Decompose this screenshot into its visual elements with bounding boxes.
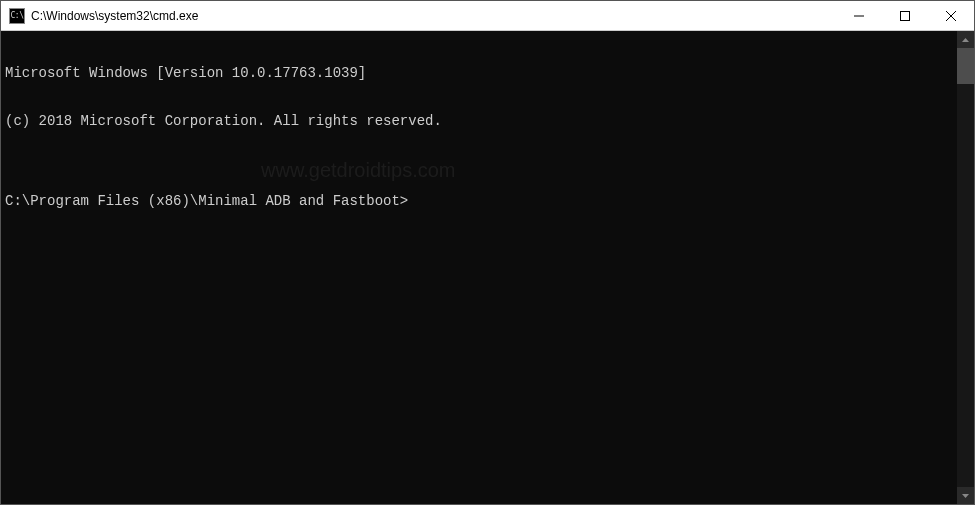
scrollbar-thumb[interactable] bbox=[957, 48, 974, 84]
terminal-line: Microsoft Windows [Version 10.0.17763.10… bbox=[5, 65, 953, 81]
cmd-app-icon: C:\ bbox=[9, 8, 25, 24]
terminal-output[interactable]: Microsoft Windows [Version 10.0.17763.10… bbox=[1, 31, 957, 504]
minimize-button[interactable] bbox=[836, 1, 882, 30]
close-icon bbox=[946, 11, 956, 21]
window-title: C:\Windows\system32\cmd.exe bbox=[31, 9, 836, 23]
scroll-down-button[interactable] bbox=[957, 487, 974, 504]
terminal-line: (c) 2018 Microsoft Corporation. All righ… bbox=[5, 113, 953, 129]
scrollbar-track[interactable] bbox=[957, 48, 974, 487]
close-button[interactable] bbox=[928, 1, 974, 30]
cmd-app-icon-label: C:\ bbox=[11, 12, 24, 20]
chevron-down-icon bbox=[962, 494, 969, 498]
terminal-prompt-line: C:\Program Files (x86)\Minimal ADB and F… bbox=[5, 193, 953, 209]
svg-marker-4 bbox=[962, 38, 969, 42]
maximize-icon bbox=[900, 11, 910, 21]
minimize-icon bbox=[854, 11, 864, 21]
svg-marker-5 bbox=[962, 494, 969, 498]
maximize-button[interactable] bbox=[882, 1, 928, 30]
cmd-window: C:\ C:\Windows\system32\cmd.exe Microsof… bbox=[0, 0, 975, 505]
client-area: Microsoft Windows [Version 10.0.17763.10… bbox=[1, 31, 974, 504]
window-titlebar[interactable]: C:\ C:\Windows\system32\cmd.exe bbox=[1, 1, 974, 31]
window-controls bbox=[836, 1, 974, 30]
chevron-up-icon bbox=[962, 38, 969, 42]
svg-rect-1 bbox=[901, 11, 910, 20]
vertical-scrollbar[interactable] bbox=[957, 31, 974, 504]
terminal-prompt: C:\Program Files (x86)\Minimal ADB and F… bbox=[5, 193, 408, 209]
scroll-up-button[interactable] bbox=[957, 31, 974, 48]
